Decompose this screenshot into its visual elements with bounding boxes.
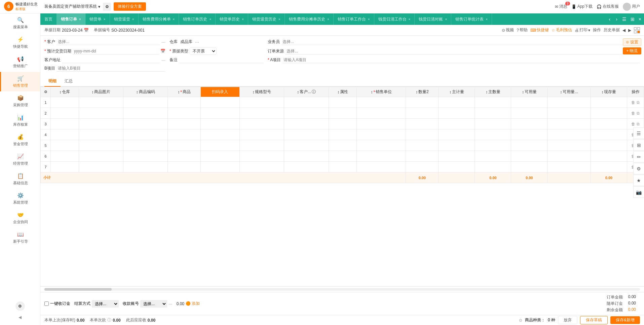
tab-close-daily-workbench[interactable]: × — [409, 17, 411, 21]
delivery-input[interactable] — [73, 48, 159, 54]
row-7-unit[interactable] — [357, 162, 406, 172]
row-2-avail2[interactable] — [547, 108, 591, 119]
tab-home[interactable]: 首页 — [40, 13, 57, 25]
row-5-customer[interactable] — [284, 140, 329, 151]
row-1-unit[interactable] — [357, 97, 406, 108]
operation-btn[interactable]: 操作 — [593, 27, 601, 33]
row-3-attr[interactable] — [329, 119, 357, 129]
row-5-current[interactable] — [591, 140, 627, 151]
tab-return-history[interactable]: 销货退货历史 × — [248, 13, 285, 25]
row-1-attr[interactable] — [329, 97, 357, 108]
rp-icon-3[interactable]: ✏ — [633, 151, 644, 162]
calendar-icon[interactable]: 📅 — [84, 28, 89, 33]
table-wrapper[interactable]: ⚙ ↕ 仓库 ↕ 商品图片 ↕ 商品编码 ↕ *商品 扫码录入 ↕ 规格型号 ↕… — [40, 87, 644, 286]
tab-return[interactable]: 销货退货 × — [110, 13, 139, 25]
tab-expense-history[interactable]: 销售费用分摊单历史 × — [285, 13, 334, 25]
tab-close-invoice[interactable]: × — [104, 17, 106, 21]
row-3-code[interactable] — [123, 119, 168, 129]
tab-invoice-history[interactable]: 销货单历史 × — [216, 13, 248, 25]
tab-close-expense-history[interactable]: × — [327, 17, 329, 21]
salesperson-input[interactable] — [281, 39, 635, 45]
sidebar-item-guide[interactable]: 📖 新手引导 — [0, 228, 40, 247]
row-5-qty2[interactable] — [406, 140, 439, 151]
row-5-unit[interactable] — [357, 140, 406, 151]
row-4-attr[interactable] — [329, 129, 357, 140]
sidebar-settings-icon[interactable]: ⚙ — [15, 301, 25, 311]
row-1-image[interactable] — [79, 97, 123, 108]
sidebar-item-marketing[interactable]: 📢 营销推广 — [0, 52, 40, 72]
tab-close-return[interactable]: × — [132, 17, 134, 21]
row-5-attr[interactable] — [329, 140, 357, 151]
row-7-code[interactable] — [123, 162, 168, 172]
row-5-warehouse[interactable] — [51, 140, 79, 151]
row-6-spec[interactable] — [239, 151, 284, 162]
row-2-avail[interactable] — [511, 108, 547, 119]
row-6-scan[interactable] — [200, 151, 239, 162]
row-4-customer[interactable] — [284, 129, 329, 140]
row-7-product[interactable] — [168, 162, 200, 172]
row-1-copy[interactable]: ⧉ — [637, 100, 640, 105]
row-1-delete[interactable]: 🗑 — [631, 100, 635, 105]
row-4-current[interactable] — [591, 129, 627, 140]
tab-order-history[interactable]: 销售订单历史 × — [179, 13, 216, 25]
detail-tab-detail[interactable]: 明细 — [44, 76, 61, 87]
tab-daily-workbench[interactable]: 钱货日清工作台 × — [374, 13, 415, 25]
a-project-input[interactable] — [282, 57, 640, 63]
row-6-avail[interactable] — [511, 151, 547, 162]
row-5-product[interactable] — [168, 140, 200, 151]
sidebar-item-quicknav[interactable]: ⚡ 快捷导航 — [0, 33, 40, 52]
row-6-main-unit[interactable] — [439, 151, 475, 162]
profit-btn[interactable]: ☆ 毛利预估 — [552, 27, 572, 33]
tab-close-invoice-history[interactable]: × — [242, 17, 244, 21]
row-4-scan[interactable] — [200, 129, 239, 140]
tab-close-expense[interactable]: × — [173, 17, 175, 21]
row-3-product[interactable] — [168, 119, 200, 129]
customer-dots[interactable]: ··· — [161, 39, 165, 45]
sidebar-item-business[interactable]: 📈 经营管理 — [0, 150, 40, 169]
sidebar-item-basic[interactable]: 📋 基础信息 — [0, 169, 40, 189]
b-project-input[interactable] — [56, 65, 165, 72]
row-2-current[interactable] — [591, 108, 627, 119]
user-button[interactable]: 用户 — [623, 3, 640, 11]
row-3-unit[interactable] — [357, 119, 406, 129]
sidebar-collapse-btn[interactable]: ◀ — [16, 312, 24, 322]
row-2-main-qty[interactable] — [475, 108, 511, 119]
system-title[interactable]: 装备及固定资产辅助管理系统 ▾ — [44, 4, 100, 9]
tab-close-return-history[interactable]: × — [278, 17, 280, 21]
settings-icon[interactable]: ⚙ — [103, 3, 111, 11]
row-6-qty2[interactable] — [406, 151, 439, 162]
view-icon-1[interactable] — [634, 27, 637, 30]
warehouse-dots[interactable]: ··· — [195, 39, 199, 45]
tab-list-icon[interactable]: ☰ — [621, 16, 628, 23]
row-1-customer[interactable] — [284, 97, 329, 108]
row-7-customer[interactable] — [284, 162, 329, 172]
row-3-spec[interactable] — [239, 119, 284, 129]
add-btn[interactable]: 🟠 添加 — [186, 301, 200, 307]
shortcut-btn[interactable]: ⌨ 快捷键 — [530, 27, 549, 33]
row-4-main-qty[interactable] — [475, 129, 511, 140]
tab-stats[interactable]: 销售订单统计表 × — [451, 13, 492, 25]
rp-icon-6[interactable]: 📷 — [633, 186, 644, 198]
row-1-spec[interactable] — [239, 97, 284, 108]
row-2-unit[interactable] — [357, 108, 406, 119]
row-4-avail[interactable] — [511, 129, 547, 140]
row-6-attr[interactable] — [329, 151, 357, 162]
rp-icon-2[interactable]: ⊞ — [633, 139, 644, 151]
row-3-scan[interactable] — [200, 119, 239, 129]
row-5-main-unit[interactable] — [439, 140, 475, 151]
view-icon-4[interactable] — [637, 31, 640, 33]
tab-order-workbench[interactable]: 销售订单工作台 × — [334, 13, 374, 25]
row-7-image[interactable] — [79, 162, 123, 172]
row-7-qty2[interactable] — [406, 162, 439, 172]
nav-next[interactable]: ▶ — [628, 28, 631, 33]
row-5-code[interactable] — [123, 140, 168, 151]
row-7-attr[interactable] — [329, 162, 357, 172]
address-input[interactable] — [62, 57, 160, 63]
address-dots[interactable]: ··· — [161, 57, 165, 63]
row-4-image[interactable] — [79, 129, 123, 140]
history-btn[interactable]: 历史单据 — [604, 27, 620, 33]
row-4-product[interactable] — [168, 129, 200, 140]
sidebar-item-purchase[interactable]: 📦 采购管理 — [0, 91, 40, 111]
row-2-image[interactable] — [79, 108, 123, 119]
row-1-avail2[interactable] — [547, 97, 591, 108]
